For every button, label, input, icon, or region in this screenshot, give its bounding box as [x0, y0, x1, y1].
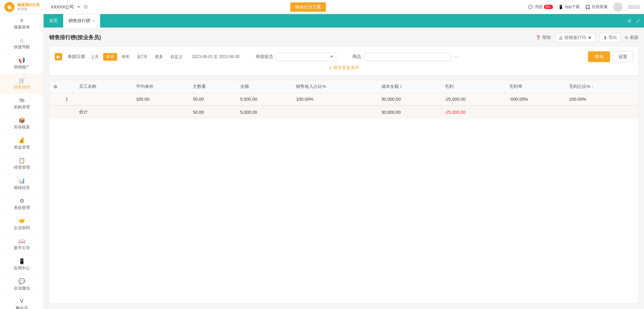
- footer-gross-rate: [505, 105, 565, 119]
- sidebar-label-system: 系统管理: [14, 205, 30, 211]
- query-btn[interactable]: 查询: [588, 51, 610, 62]
- logo-text: 畅康通好生意 标准版: [17, 3, 40, 11]
- cell-settings: [49, 93, 61, 106]
- username: [628, 5, 640, 9]
- sidebar-item-guide[interactable]: 📖 新手引导: [0, 235, 43, 255]
- app-download-btn[interactable]: 📱 App下载: [558, 4, 580, 10]
- guide-icon: 📖: [18, 238, 25, 244]
- sidebar-item-sales[interactable]: 🛒 销售管理: [0, 74, 43, 94]
- filter-goods-group: 商品 ···: [352, 53, 458, 61]
- col-gross-rate: 毛利率: [505, 80, 565, 93]
- filter-status-group: 单据状态: [256, 53, 336, 61]
- sidebar-item-system[interactable]: ⚙ 系统管理: [0, 194, 43, 214]
- col-avg-price: 平均单价: [132, 80, 189, 93]
- sidebar-item-inventory[interactable]: 📦 库存核算: [0, 114, 43, 134]
- goods-more-icon[interactable]: ···: [454, 54, 458, 60]
- date-btn-last-month[interactable]: 上月: [88, 53, 102, 61]
- sidebar-item-operations[interactable]: 📋 经营管理: [0, 154, 43, 174]
- tab-close-btn[interactable]: ×: [92, 18, 95, 23]
- date-btn-group: 上月 本月 本年 近7天 更多 自定义: [88, 53, 185, 61]
- home-tab-label: 首页: [49, 18, 58, 24]
- sidebar-item-finance[interactable]: 💰 资金管理: [0, 134, 43, 154]
- enterprise-icon: 🤝: [18, 218, 25, 224]
- sidebar-item-member[interactable]: V 畅会员: [0, 295, 43, 309]
- cell-gross: -25,000.00: [441, 93, 505, 106]
- content-area: 首页 销售排行榜 × ✕ ⤢ 销售排行榜(按业务员) ❓ 帮助: [44, 14, 644, 309]
- page-content: 销售排行榜(按业务员) ❓ 帮助 🖨 按模板打印 ▼ ⬇ 导出: [44, 28, 644, 309]
- cell-rank: 1: [61, 93, 75, 106]
- industry-btn[interactable]: 体验行业方案: [290, 2, 326, 12]
- cell-avg-price: 100.00: [132, 93, 189, 106]
- maximize-window-icon[interactable]: ⤢: [636, 18, 640, 24]
- help-btn[interactable]: ❓ 帮助: [535, 35, 551, 41]
- settings-icon[interactable]: ⚙: [83, 4, 88, 10]
- member-icon: V: [20, 298, 24, 304]
- table-container: ⚙ 员工名称 平均单价 主数量 全额 销售收入占比% 成本全额 ℹ 毛利 毛利率: [49, 80, 639, 304]
- top-bar-left: 畅 畅康通好生意 标准版 XXXXX公司 ▼ ⚙: [4, 2, 88, 12]
- footer-avg-price: [132, 105, 189, 119]
- svg-text:畅: 畅: [7, 5, 11, 10]
- sidebar-item-search[interactable]: ≡ 搜索菜单: [0, 14, 43, 34]
- system-icon: ⚙: [19, 198, 24, 204]
- gross-sort-icon[interactable]: ↕: [592, 84, 594, 89]
- sidebar-label-wechat: 企业微信: [14, 286, 30, 291]
- template-chevron-icon: ▼: [588, 35, 592, 40]
- sidebar-item-wechat[interactable]: 💬 企业微信: [0, 275, 43, 295]
- date-btn-more[interactable]: 更多: [152, 53, 166, 61]
- sidebar-item-quick-nav[interactable]: ⌂ 快捷导航: [0, 34, 43, 54]
- company-name[interactable]: XXXXX公司: [51, 4, 74, 10]
- avatar[interactable]: [613, 2, 622, 12]
- close-window-icon[interactable]: ✕: [627, 18, 632, 24]
- sidebar-item-base-info[interactable]: 📊 基础信息: [0, 174, 43, 194]
- online-service-btn[interactable]: 🎧 在线客服: [585, 4, 608, 10]
- expand-btn[interactable]: ∨ 展开更多条件: [329, 65, 359, 71]
- cell-name: [75, 93, 132, 106]
- date-btn-7days[interactable]: 近7天: [134, 53, 151, 61]
- purchase-icon: 🛍: [19, 97, 25, 103]
- page-title: 销售排行榜(按业务员): [49, 34, 101, 41]
- filter-toggle-btn[interactable]: ▶: [55, 53, 62, 60]
- settings-btn[interactable]: 设置: [613, 51, 633, 62]
- marketing-icon: 📢: [18, 57, 25, 63]
- filter-date-group: 单据日期 上月 本月 本年 近7天 更多 自定义: [68, 53, 185, 61]
- goods-input[interactable]: [364, 53, 451, 61]
- table-footer-row: 合计 50.00 5,000.00 30,000.00 -25,000.00: [49, 105, 638, 119]
- finance-icon: 💰: [18, 137, 25, 144]
- page-actions: ❓ 帮助 🖨 按模板打印 ▼ ⬇ 导出 ↻ 刷新: [535, 33, 639, 42]
- col-settings[interactable]: ⚙: [49, 80, 61, 93]
- sidebar-label-base-info: 基础信息: [14, 185, 30, 191]
- company-dropdown-icon[interactable]: ▼: [77, 5, 81, 9]
- filter-area: ▶ 单据日期 上月 本月 本年 近7天 更多 自定义 2023-06: [49, 46, 639, 76]
- cost-info-icon[interactable]: ℹ: [400, 84, 402, 89]
- export-btn[interactable]: ⬇ 导出: [600, 33, 621, 42]
- sidebar-label-operations: 经营管理: [14, 165, 30, 170]
- date-filter-label: 单据日期: [68, 54, 85, 60]
- sidebar-item-app-center[interactable]: 📱 应用中心: [0, 255, 43, 275]
- tab-home[interactable]: 首页: [44, 14, 63, 28]
- footer-gross: -25,000.00: [441, 105, 505, 119]
- cell-cost: 30,000.00: [377, 93, 441, 106]
- sidebar-item-purchase[interactable]: 🛍 采购管理: [0, 94, 43, 114]
- date-btn-this-year[interactable]: 本年: [119, 53, 133, 61]
- sidebar-item-marketing[interactable]: 📢 营销推广: [0, 54, 43, 74]
- col-amount: 全额: [236, 80, 292, 93]
- refresh-btn[interactable]: ↻ 刷新: [625, 35, 639, 41]
- tab-sales-ranking[interactable]: 销售排行榜 ×: [63, 14, 100, 28]
- footer-rank: [61, 105, 75, 119]
- refresh-icon: ↻: [625, 35, 629, 40]
- sidebar-label-member: 畅会员: [16, 305, 28, 309]
- home-icon: ⌂: [20, 37, 24, 43]
- date-btn-custom[interactable]: 自定义: [167, 53, 185, 61]
- col-gross: 毛利: [441, 80, 505, 93]
- sidebar-label-marketing: 营销推广: [14, 64, 30, 70]
- operations-icon: 📋: [18, 157, 25, 164]
- filter-action-btns: 查询 设置: [588, 51, 633, 62]
- status-select[interactable]: [276, 53, 336, 61]
- template-print-btn[interactable]: 🖨 按模板打印 ▼: [555, 33, 596, 42]
- sidebar-label-inventory: 库存核算: [14, 124, 30, 130]
- message-btn[interactable]: 💬 消息 99+: [528, 4, 553, 10]
- date-btn-this-month[interactable]: 本月: [103, 53, 117, 61]
- sidebar-item-enterprise[interactable]: 🤝 企业协同: [0, 214, 43, 235]
- chevron-down-icon: ∨: [329, 65, 332, 70]
- footer-amount: 5,000.00: [236, 105, 292, 119]
